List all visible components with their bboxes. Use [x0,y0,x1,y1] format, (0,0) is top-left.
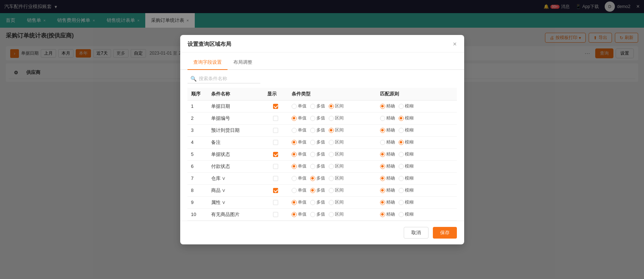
radio-btn[interactable] [399,188,404,193]
show-checkbox[interactable] [273,104,278,109]
radio-btn[interactable] [380,152,385,157]
rule-radio-option[interactable]: 模糊 [399,127,414,133]
radio-btn[interactable] [329,188,334,193]
radio-btn[interactable] [329,200,334,205]
radio-btn[interactable] [310,200,315,205]
radio-btn[interactable] [310,140,315,145]
tab-field-settings[interactable]: 查询字段设置 [187,57,228,70]
cell-show[interactable] [264,196,288,208]
rule-radio-option[interactable]: 模糊 [399,211,414,217]
radio-btn[interactable] [329,140,334,145]
radio-btn[interactable] [329,116,334,121]
type-radio-option[interactable]: 单值 [292,187,307,193]
type-radio-option[interactable]: 单值 [292,103,307,109]
type-radio-option[interactable]: 单值 [292,115,307,121]
radio-btn[interactable] [399,104,404,109]
radio-btn[interactable] [292,104,297,109]
radio-btn[interactable] [292,176,297,181]
radio-btn[interactable] [292,128,297,133]
cell-show[interactable] [264,112,288,124]
show-checkbox[interactable] [273,200,278,205]
type-radio-option[interactable]: 区间 [329,127,344,133]
save-button[interactable]: 保存 [433,227,457,239]
cell-show[interactable] [264,208,288,220]
radio-btn[interactable] [310,176,315,181]
type-radio-option[interactable]: 多值 [310,103,325,109]
show-checkbox[interactable] [273,128,278,133]
show-checkbox[interactable] [273,116,278,121]
radio-btn[interactable] [399,164,404,169]
rule-radio-option[interactable]: 模糊 [399,139,414,145]
rule-radio-option[interactable]: 精确 [380,127,395,133]
rule-radio-option[interactable]: 精确 [380,199,395,205]
radio-btn[interactable] [380,140,385,145]
radio-btn[interactable] [399,140,404,145]
radio-btn[interactable] [292,152,297,157]
rule-radio-option[interactable]: 精确 [380,115,395,121]
cell-show[interactable] [264,148,288,160]
cell-show[interactable] [264,124,288,136]
type-radio-option[interactable]: 区间 [329,163,344,169]
radio-btn[interactable] [310,212,315,217]
rule-radio-option[interactable]: 精确 [380,139,395,145]
type-radio-option[interactable]: 单值 [292,163,307,169]
show-checkbox[interactable] [273,212,278,217]
radio-btn[interactable] [292,200,297,205]
type-radio-option[interactable]: 多值 [310,211,325,217]
radio-btn[interactable] [292,116,297,121]
rule-radio-option[interactable]: 模糊 [399,115,414,121]
type-radio-option[interactable]: 多值 [310,187,325,193]
type-radio-option[interactable]: 区间 [329,175,344,181]
cell-show[interactable] [264,136,288,148]
radio-btn[interactable] [380,164,385,169]
radio-btn[interactable] [399,116,404,121]
radio-btn[interactable] [310,116,315,121]
cell-show[interactable] [264,184,288,196]
type-radio-option[interactable]: 多值 [310,139,325,145]
show-checkbox[interactable] [273,164,278,169]
type-radio-option[interactable]: 多值 [310,151,325,157]
radio-btn[interactable] [329,104,334,109]
type-radio-option[interactable]: 单值 [292,139,307,145]
type-radio-option[interactable]: 区间 [329,103,344,109]
type-radio-option[interactable]: 多值 [310,199,325,205]
type-radio-option[interactable]: 单值 [292,175,307,181]
type-radio-option[interactable]: 单值 [292,151,307,157]
show-checkbox[interactable] [273,152,278,157]
radio-btn[interactable] [329,176,334,181]
radio-btn[interactable] [310,128,315,133]
type-radio-option[interactable]: 区间 [329,211,344,217]
show-checkbox[interactable] [273,188,278,193]
radio-btn[interactable] [310,164,315,169]
radio-btn[interactable] [380,116,385,121]
radio-btn[interactable] [292,164,297,169]
type-radio-option[interactable]: 区间 [329,199,344,205]
cell-show[interactable] [264,101,288,113]
dialog-close-button[interactable]: × [453,41,457,47]
search-condition-input[interactable] [199,76,253,81]
type-radio-option[interactable]: 单值 [292,211,307,217]
rule-radio-option[interactable]: 精确 [380,103,395,109]
radio-btn[interactable] [329,152,334,157]
rule-radio-option[interactable]: 模糊 [399,187,414,193]
cell-show[interactable] [264,172,288,184]
radio-btn[interactable] [310,152,315,157]
radio-btn[interactable] [399,212,404,217]
radio-btn[interactable] [399,152,404,157]
radio-btn[interactable] [399,200,404,205]
radio-btn[interactable] [310,104,315,109]
radio-btn[interactable] [329,164,334,169]
radio-btn[interactable] [399,128,404,133]
rule-radio-option[interactable]: 精确 [380,187,395,193]
show-checkbox[interactable] [273,140,278,145]
radio-btn[interactable] [399,176,404,181]
radio-btn[interactable] [380,200,385,205]
rule-radio-option[interactable]: 模糊 [399,151,414,157]
cancel-button[interactable]: 取消 [404,227,428,239]
rule-radio-option[interactable]: 模糊 [399,175,414,181]
type-radio-option[interactable]: 多值 [310,175,325,181]
type-radio-option[interactable]: 单值 [292,199,307,205]
type-radio-option[interactable]: 区间 [329,139,344,145]
show-checkbox[interactable] [273,176,278,181]
radio-btn[interactable] [310,188,315,193]
